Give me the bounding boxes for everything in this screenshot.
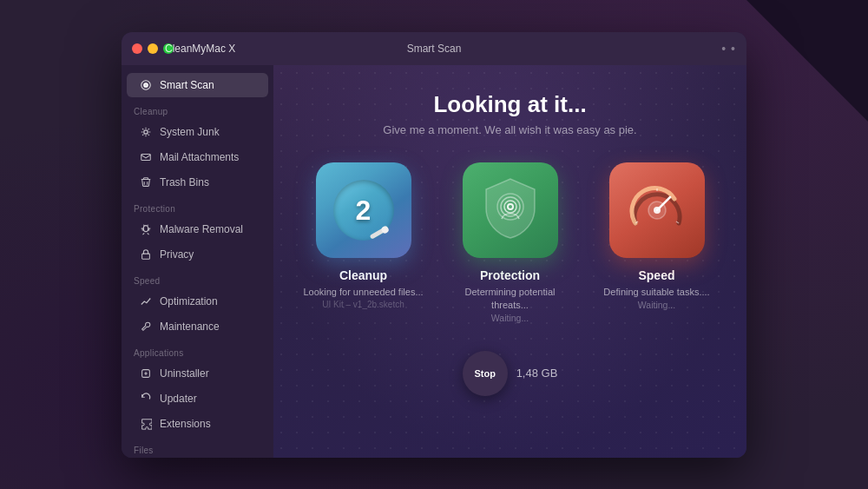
speed-status-line2: Waiting... (603, 299, 709, 312)
titlebar: CleanMyMac X Smart Scan • • (122, 32, 746, 65)
main-content: Looking at it... Give me a moment. We al… (273, 65, 746, 458)
protection-card-icon (463, 162, 558, 258)
sidebar-item-smart-scan[interactable]: Smart Scan (127, 73, 268, 97)
cleanup-card-name: Cleanup (339, 268, 387, 282)
sidebar-item-maintenance[interactable]: Maintenance (127, 314, 268, 339)
sidebar-item-mail-attachments[interactable]: Mail Attachments (127, 145, 268, 169)
scan-size: 1,48 GB (516, 367, 558, 380)
speed-card-status: Defining suitable tasks.... Waiting... (603, 286, 709, 312)
privacy-icon (139, 248, 153, 261)
speed-card-icon (609, 162, 705, 258)
uninstaller-label: Uninstaller (160, 367, 209, 380)
optimization-icon (139, 294, 153, 308)
trash-icon (139, 175, 153, 189)
maintenance-icon (139, 320, 153, 334)
sidebar-item-malware-removal[interactable]: Malware Removal (127, 217, 268, 241)
privacy-label: Privacy (160, 248, 194, 261)
sidebar-item-system-junk[interactable]: System Junk (127, 120, 268, 144)
trash-bins-label: Trash Bins (160, 176, 209, 188)
maintenance-label: Maintenance (160, 320, 220, 333)
chart-icon (140, 295, 152, 307)
protection-section-label: Protection (122, 195, 273, 216)
protection-card: Protection Determining potential threats… (447, 162, 573, 325)
gauge-svg (627, 180, 687, 241)
app-title: CleanMyMac X (165, 43, 235, 55)
sidebar-item-privacy[interactable]: Privacy (127, 242, 268, 267)
envelope-icon (140, 151, 152, 163)
speed-card: Speed Defining suitable tasks.... Waitin… (594, 162, 720, 325)
puzzle-icon (140, 418, 152, 430)
radar-icon (140, 79, 152, 91)
updater-label: Updater (160, 393, 197, 405)
shield-svg (479, 175, 542, 245)
malware-icon (139, 222, 153, 236)
extensions-icon (139, 417, 153, 431)
close-button[interactable] (132, 43, 142, 54)
window-content: Smart Scan Cleanup System Junk (122, 65, 746, 458)
refresh-icon (140, 393, 152, 405)
main-title: Looking at it... (433, 91, 586, 118)
sidebar-item-extensions[interactable]: Extensions (127, 412, 268, 436)
updater-icon (139, 392, 153, 406)
minimize-button[interactable] (148, 43, 158, 54)
protection-card-status: Determining potential threats... Waiting… (447, 286, 573, 325)
main-window: CleanMyMac X Smart Scan • • Smart Scan C… (122, 32, 746, 458)
cleanup-card: 2 Cleanup Looking for unneeded files... … (300, 162, 426, 325)
cleanup-card-icon: 2 (316, 162, 411, 258)
gear-icon (140, 126, 152, 138)
sidebar-item-uninstaller[interactable]: Uninstaller (127, 361, 268, 386)
svg-rect-4 (142, 254, 150, 259)
protection-card-name: Protection (480, 268, 540, 282)
sidebar-item-updater[interactable]: Updater (127, 387, 268, 411)
speed-status-line1: Defining suitable tasks.... (603, 286, 709, 299)
mail-icon (139, 150, 153, 164)
stop-area: Stop 1,48 GB (463, 351, 558, 396)
lock-icon (140, 248, 152, 261)
system-junk-label: System Junk (160, 126, 220, 138)
disk-arm (369, 226, 388, 239)
cleanup-section-label: Cleanup (122, 98, 273, 119)
sidebar-item-trash-bins[interactable]: Trash Bins (127, 170, 268, 195)
applications-section-label: Applications (122, 340, 273, 360)
stop-button[interactable]: Stop (463, 351, 508, 396)
sidebar: Smart Scan Cleanup System Junk (122, 65, 273, 458)
trash-bin-icon (140, 176, 152, 188)
wrench-icon (140, 320, 152, 333)
more-options-icon[interactable]: • • (721, 42, 736, 56)
window-center-title: Smart Scan (407, 43, 462, 55)
disk-number: 2 (356, 196, 372, 224)
main-subtitle: Give me a moment. We all wish it was eas… (383, 123, 636, 136)
malware-removal-label: Malware Removal (160, 223, 243, 235)
smart-scan-icon (139, 78, 153, 92)
files-section-label: Files (122, 437, 273, 458)
uninstaller-icon (139, 367, 153, 380)
uninstall-icon (140, 367, 152, 380)
svg-rect-3 (141, 154, 151, 160)
cleanup-card-status: Looking for unneeded files... UI Kit – v… (303, 286, 423, 311)
extensions-label: Extensions (160, 418, 211, 430)
progress-ring: Stop (463, 351, 508, 396)
protection-status-line1: Determining potential threats... (447, 286, 573, 313)
speed-card-name: Speed (638, 268, 674, 282)
cleanup-status-line2: UI Kit – v1_2b.sketch (303, 299, 423, 311)
optimization-label: Optimization (160, 295, 218, 307)
mail-attachments-label: Mail Attachments (160, 151, 239, 163)
smart-scan-label: Smart Scan (160, 79, 214, 91)
protection-status-line2: Waiting... (447, 312, 573, 325)
sidebar-item-optimization[interactable]: Optimization (127, 289, 268, 314)
svg-point-1 (144, 83, 148, 86)
bug-icon (140, 223, 152, 235)
speed-section-label: Speed (122, 268, 273, 288)
svg-point-2 (144, 129, 148, 133)
cards-container: 2 Cleanup Looking for unneeded files... … (300, 162, 720, 325)
system-junk-icon (139, 125, 153, 139)
disk-body: 2 (333, 180, 394, 241)
cleanup-status-line1: Looking for unneeded files... (303, 286, 423, 299)
